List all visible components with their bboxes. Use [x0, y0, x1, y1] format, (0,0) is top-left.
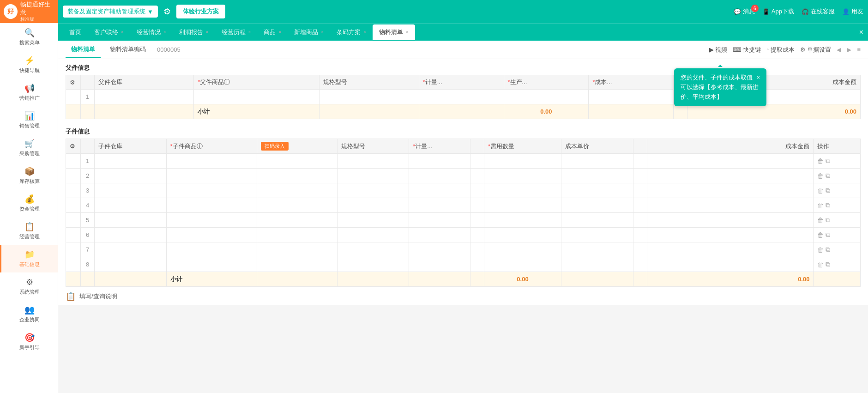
- topbar-gear-icon[interactable]: ⚙: [160, 5, 175, 18]
- child-delete-btn-2[interactable]: 🗑: [817, 187, 824, 194]
- child-row-unit-0[interactable]: [409, 154, 470, 169]
- nav-tab-close-1[interactable]: ×: [121, 30, 124, 35]
- parent-row-unit[interactable]: [419, 90, 504, 104]
- child-delete-btn-1[interactable]: 🗑: [817, 172, 824, 180]
- nav-tab-7[interactable]: 条码方案×: [330, 24, 373, 40]
- nav-tab-close-8[interactable]: ×: [406, 30, 409, 35]
- online-service-action[interactable]: 🎧 在线客服: [802, 7, 835, 16]
- child-row-product-4[interactable]: [166, 213, 257, 228]
- child-row-product-1[interactable]: [166, 169, 257, 183]
- child-row-unit-price-1[interactable]: [561, 169, 633, 183]
- child-row-qty-7[interactable]: [484, 257, 561, 272]
- child-delete-btn-0[interactable]: 🗑: [817, 157, 824, 165]
- nav-tab-0[interactable]: 首页: [63, 24, 88, 40]
- child-row-spec-6[interactable]: [337, 242, 409, 257]
- child-row-warehouse-7[interactable]: [95, 257, 167, 272]
- child-delete-btn-3[interactable]: 🗑: [817, 202, 824, 209]
- child-row-product-3[interactable]: [166, 198, 257, 213]
- nav-tab-close-7[interactable]: ×: [363, 30, 366, 35]
- system-selector[interactable]: 装备及固定资产辅助管理系统 ▼: [63, 6, 158, 18]
- user-action[interactable]: 👤 用友: [842, 7, 863, 16]
- child-row-warehouse-2[interactable]: [95, 183, 167, 198]
- sidebar-item-9[interactable]: ⚙系统管理: [0, 272, 58, 300]
- nav-tab-4[interactable]: 经营历程×: [215, 24, 258, 40]
- child-row-qty-5[interactable]: [484, 228, 561, 242]
- nav-tab-8[interactable]: 物料清单×: [373, 24, 415, 40]
- nav-tab-6[interactable]: 新增商品×: [288, 24, 330, 40]
- message-action[interactable]: 💬 消息 6: [734, 7, 755, 16]
- child-row-spec-4[interactable]: [337, 213, 409, 228]
- sidebar-item-0[interactable]: 🔍搜索菜单: [0, 23, 58, 51]
- child-row-spec-0[interactable]: [337, 154, 409, 169]
- sub-tab-bill[interactable]: 物料清单: [66, 42, 101, 58]
- child-row-unit-3[interactable]: [409, 198, 470, 213]
- child-row-spec-5[interactable]: [337, 228, 409, 242]
- parent-col-gear[interactable]: ⚙: [66, 75, 81, 90]
- child-row-spec-7[interactable]: [337, 257, 409, 272]
- child-delete-btn-5[interactable]: 🗑: [817, 231, 824, 239]
- child-row-unit-4[interactable]: [409, 213, 470, 228]
- sidebar-item-7[interactable]: 📋经营管理: [0, 217, 58, 245]
- sub-tab-code[interactable]: 物料清单编码: [104, 42, 151, 58]
- nav-prev-icon[interactable]: ◀: [837, 46, 841, 53]
- child-copy-btn-2[interactable]: ⧉: [826, 187, 830, 194]
- child-delete-btn-6[interactable]: 🗑: [817, 246, 824, 254]
- child-row-qty-3[interactable]: [484, 198, 561, 213]
- parent-row-cost[interactable]: [589, 90, 674, 104]
- list-view-icon[interactable]: ≡: [857, 46, 861, 53]
- child-delete-btn-4[interactable]: 🗑: [817, 217, 824, 224]
- child-row-warehouse-5[interactable]: [95, 228, 167, 242]
- nav-tab-close-6[interactable]: ×: [321, 30, 324, 35]
- app-download-action[interactable]: 📱 App下载: [762, 7, 794, 16]
- sidebar-item-11[interactable]: 🎯新手引导: [0, 328, 58, 356]
- nav-next-icon[interactable]: ▶: [847, 46, 851, 53]
- child-copy-btn-5[interactable]: ⧉: [826, 231, 830, 239]
- child-row-product-7[interactable]: [166, 257, 257, 272]
- child-col-gear[interactable]: ⚙: [66, 139, 81, 154]
- shortcut-action[interactable]: ⌨ 快捷键: [733, 46, 761, 54]
- trial-button[interactable]: 体验行业方案: [176, 5, 225, 18]
- child-row-product-6[interactable]: [166, 242, 257, 257]
- child-row-unit-price-7[interactable]: [561, 257, 633, 272]
- child-row-product-2[interactable]: [166, 183, 257, 198]
- child-row-warehouse-0[interactable]: [95, 154, 167, 169]
- sidebar-item-3[interactable]: 📊销售管理: [0, 106, 58, 134]
- nav-tab-close-3[interactable]: ×: [206, 30, 209, 35]
- child-row-qty-1[interactable]: [484, 169, 561, 183]
- child-row-spec-2[interactable]: [337, 183, 409, 198]
- parent-row-spec[interactable]: [319, 90, 419, 104]
- sidebar-item-6[interactable]: 💰资金管理: [0, 189, 58, 217]
- child-delete-btn-7[interactable]: 🗑: [817, 261, 824, 268]
- child-row-qty-4[interactable]: [484, 213, 561, 228]
- child-row-unit-price-3[interactable]: [561, 198, 633, 213]
- child-row-spec-1[interactable]: [337, 169, 409, 183]
- scan-btn[interactable]: 扫码录入: [261, 142, 289, 151]
- bill-settings-action[interactable]: ⚙ 单据设置: [800, 46, 831, 54]
- child-row-unit-7[interactable]: [409, 257, 470, 272]
- nav-tab-close-5[interactable]: ×: [278, 30, 281, 35]
- extract-cost-action[interactable]: ↑ 提取成本: [766, 46, 795, 54]
- child-row-unit-price-4[interactable]: [561, 213, 633, 228]
- child-row-warehouse-3[interactable]: [95, 198, 167, 213]
- child-row-warehouse-4[interactable]: [95, 213, 167, 228]
- sidebar-item-10[interactable]: 👥企业协同: [0, 300, 58, 328]
- parent-row-warehouse[interactable]: [95, 90, 194, 104]
- sidebar-item-5[interactable]: 📦库存核算: [0, 162, 58, 189]
- child-row-unit-price-2[interactable]: [561, 183, 633, 198]
- close-all-tabs-icon[interactable]: ×: [859, 28, 863, 36]
- child-row-warehouse-6[interactable]: [95, 242, 167, 257]
- nav-tab-3[interactable]: 利润报告×: [173, 24, 215, 40]
- child-row-qty-2[interactable]: [484, 183, 561, 198]
- child-row-warehouse-1[interactable]: [95, 169, 167, 183]
- child-row-product-5[interactable]: [166, 228, 257, 242]
- nav-tab-5[interactable]: 商品×: [257, 24, 288, 40]
- sidebar-item-1[interactable]: ⚡快捷导航: [0, 51, 58, 79]
- child-copy-btn-6[interactable]: ⧉: [826, 246, 830, 254]
- sidebar-item-4[interactable]: 🛒采购管理: [0, 134, 58, 162]
- child-row-unit-2[interactable]: [409, 183, 470, 198]
- child-row-unit-6[interactable]: [409, 242, 470, 257]
- nav-tab-close-4[interactable]: ×: [248, 30, 251, 35]
- child-row-unit-5[interactable]: [409, 228, 470, 242]
- child-row-unit-1[interactable]: [409, 169, 470, 183]
- sidebar-item-2[interactable]: 📢营销推广: [0, 79, 58, 106]
